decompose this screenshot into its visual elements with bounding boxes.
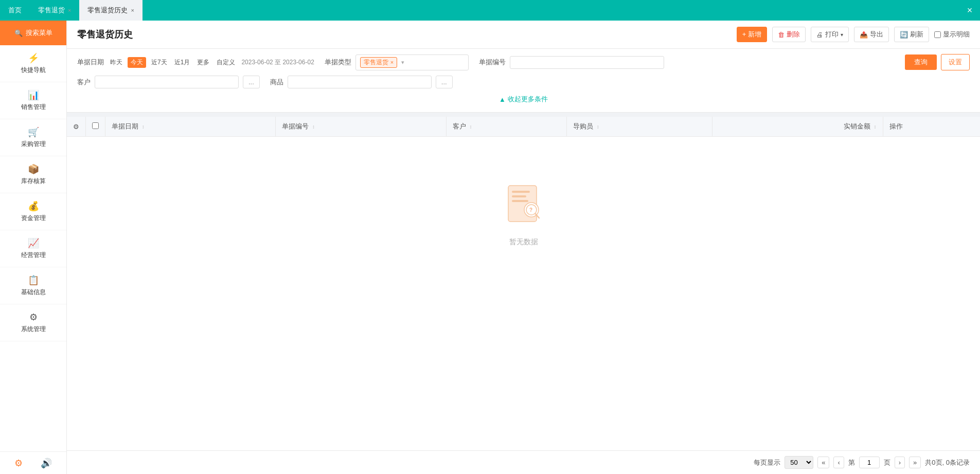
last-page-button[interactable]: » — [909, 457, 921, 468]
th-amount[interactable]: 实销金额 ↕ — [712, 117, 883, 137]
date-shortcut-custom[interactable]: 自定义 — [215, 57, 237, 68]
select-all-checkbox[interactable] — [92, 122, 99, 129]
tab-retail-return[interactable]: 零售退货 × — [30, 0, 79, 21]
empty-state-icon: ? — [498, 178, 549, 229]
sidebar-item-purchase[interactable]: 🛒 采购管理 — [0, 119, 66, 156]
add-button-label: + 新增 — [742, 30, 761, 39]
th-actions-label: 操作 — [889, 122, 903, 130]
type-select[interactable]: 零售退货 × ▾ — [355, 54, 469, 70]
tab-retail-return-history[interactable]: 零售退货历史 × — [79, 0, 142, 21]
tab-home-label: 首页 — [8, 6, 22, 15]
date-shortcut-today[interactable]: 今天 — [128, 57, 146, 68]
voucher-input[interactable] — [510, 56, 664, 69]
sidebar-item-operations[interactable]: 📈 经营管理 — [0, 230, 66, 267]
sidebar-settings-button[interactable]: ⚙ — [14, 458, 23, 469]
th-voucher-no[interactable]: 单据编号 ↕ — [276, 117, 446, 137]
th-guide[interactable]: 导购员 ↕ — [567, 117, 712, 137]
goods-filter: 商品 ... — [270, 76, 453, 88]
search-icon: 🔍 — [14, 29, 23, 37]
sidebar-item-purchase-label: 采购管理 — [21, 140, 46, 149]
th-guide-sort-icon: ↕ — [597, 124, 599, 130]
settings-button-label: 设置 — [949, 58, 962, 66]
empty-row: ? 暂无数据 — [67, 137, 980, 288]
tab-retail-return-history-close[interactable]: × — [131, 7, 134, 13]
sidebar-search-label: 搜索菜单 — [26, 28, 52, 38]
refresh-button-label: 刷新 — [910, 30, 923, 39]
data-table: ⚙ 单据日期 ↕ 单据编号 ↕ 客户 ↕ — [67, 117, 980, 288]
voucher-filter-label: 单据编号 — [479, 58, 506, 67]
prev-page-button[interactable]: ‹ — [833, 457, 844, 468]
svg-text:?: ? — [529, 207, 532, 213]
sidebar-item-basic-info[interactable]: 📋 基础信息 — [0, 267, 66, 304]
date-shortcut-1month[interactable]: 近1月 — [172, 57, 192, 68]
th-customer[interactable]: 客户 ↕ — [446, 117, 566, 137]
settings-button[interactable]: 设置 — [941, 54, 970, 70]
goods-input[interactable] — [288, 76, 432, 88]
type-tag: 零售退货 × — [360, 57, 397, 68]
th-customer-label: 客户 — [453, 122, 466, 130]
sidebar-item-system[interactable]: ⚙ 系统管理 — [0, 304, 66, 341]
sidebar-item-finance-label: 资金管理 — [21, 214, 46, 223]
tab-retail-return-close[interactable]: × — [68, 7, 71, 13]
window-close-button[interactable]: × — [959, 0, 980, 21]
page-size-label: 每页显示 — [754, 458, 780, 467]
refresh-icon: 🔄 — [900, 31, 908, 39]
system-icon: ⚙ — [28, 312, 39, 323]
date-filter: 单据日期 昨天 今天 近7天 近1月 更多 自定义 2023-06-02 至 2… — [77, 57, 314, 68]
svg-rect-1 — [512, 191, 530, 193]
page-size-select[interactable]: 20 50 100 — [785, 456, 813, 469]
sidebar-item-inventory[interactable]: 📦 库存核算 — [0, 156, 66, 193]
th-customer-sort-icon: ↕ — [470, 124, 472, 130]
empty-state: ? 暂无数据 — [67, 137, 980, 288]
sidebar-nav: ⚡ 快捷导航 📊 销售管理 🛒 采购管理 📦 库存核算 💰 资金管理 📈 — [0, 45, 66, 451]
print-button[interactable]: 🖨 打印 ▾ — [811, 27, 849, 42]
operations-icon: 📈 — [28, 238, 39, 249]
voucher-filter: 单据编号 — [479, 56, 664, 69]
refresh-button[interactable]: 🔄 刷新 — [894, 27, 929, 42]
sidebar-item-sales[interactable]: 📊 销售管理 — [0, 82, 66, 119]
date-shortcuts: 昨天 今天 近7天 近1月 更多 自定义 — [108, 57, 237, 68]
customer-ellipsis-button[interactable]: ... — [243, 76, 260, 88]
purchase-icon: 🛒 — [28, 126, 39, 138]
table-header-row: ⚙ 单据日期 ↕ 单据编号 ↕ 客户 ↕ — [67, 117, 980, 137]
delete-button-label: 删除 — [787, 30, 800, 39]
action-buttons: 查询 设置 — [905, 54, 970, 70]
th-guide-label: 导购员 — [573, 122, 593, 130]
sidebar-item-quick-nav[interactable]: ⚡ 快捷导航 — [0, 45, 66, 82]
date-shortcut-7days[interactable]: 近7天 — [149, 57, 169, 68]
print-chevron-icon: ▾ — [841, 32, 843, 38]
tab-retail-return-history-label: 零售退货历史 — [87, 6, 128, 15]
type-tag-close[interactable]: × — [390, 59, 394, 65]
tab-home[interactable]: 首页 — [0, 0, 30, 21]
th-checkbox[interactable] — [86, 117, 105, 137]
sidebar-search[interactable]: 🔍 搜索菜单 — [0, 21, 66, 45]
finance-icon: 💰 — [28, 200, 39, 212]
sidebar-item-finance[interactable]: 💰 资金管理 — [0, 193, 66, 230]
th-settings[interactable]: ⚙ — [67, 117, 86, 137]
display-detail-checkbox[interactable] — [934, 31, 941, 38]
export-button[interactable]: 📤 导出 — [854, 27, 889, 42]
goods-ellipsis-button[interactable]: ... — [436, 76, 453, 88]
empty-text: 暂无数据 — [509, 238, 538, 247]
date-shortcut-yesterday[interactable]: 昨天 — [108, 57, 124, 68]
collapse-button[interactable]: ▲ 收起更多条件 — [499, 94, 548, 105]
customer-input[interactable] — [95, 76, 239, 88]
query-button[interactable]: 查询 — [905, 54, 937, 70]
sidebar-audio-button[interactable]: 🔊 — [41, 458, 52, 469]
add-button[interactable]: + 新增 — [737, 27, 767, 42]
filter-row-1: 单据日期 昨天 今天 近7天 近1月 更多 自定义 2023-06-02 至 2… — [77, 54, 970, 70]
page-input[interactable] — [859, 457, 880, 468]
type-filter: 单据类型 零售退货 × ▾ — [325, 54, 469, 70]
display-detail-toggle[interactable]: 显示明细 — [934, 30, 970, 39]
date-shortcut-more[interactable]: 更多 — [195, 57, 211, 68]
first-page-button[interactable]: « — [817, 457, 829, 468]
next-page-button[interactable]: › — [895, 457, 905, 468]
th-date[interactable]: 单据日期 ↕ — [105, 117, 276, 137]
sidebar-item-sales-label: 销售管理 — [21, 103, 46, 112]
filter-area: 单据日期 昨天 今天 近7天 近1月 更多 自定义 2023-06-02 至 2… — [67, 49, 980, 113]
page-header: 零售退货历史 + 新增 🗑 删除 🖨 打印 ▾ 📤 — [67, 21, 980, 49]
delete-button[interactable]: 🗑 删除 — [772, 27, 806, 42]
table-body: ? 暂无数据 — [67, 137, 980, 288]
sidebar-item-basic-info-label: 基础信息 — [21, 288, 46, 297]
collapse-button-label: 收起更多条件 — [508, 95, 548, 104]
